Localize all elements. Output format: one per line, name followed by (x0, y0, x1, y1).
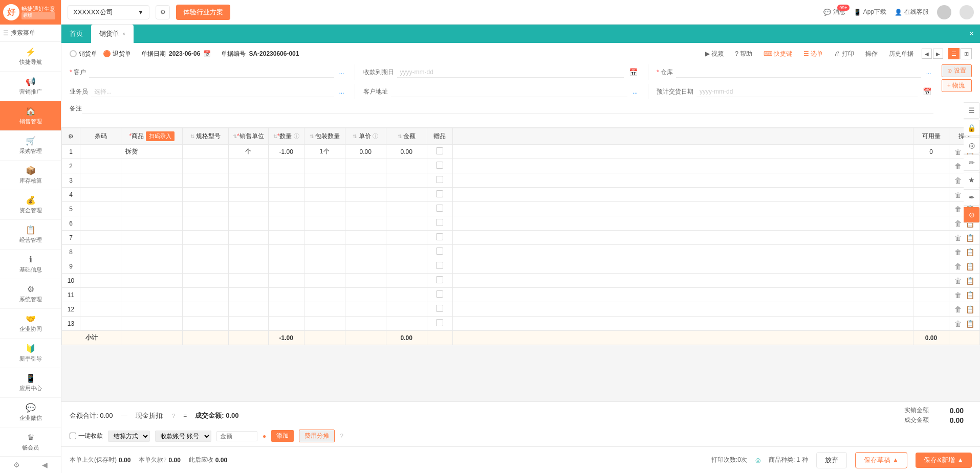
row-qty-12[interactable] (268, 302, 304, 317)
tab-home[interactable]: 首页 (61, 25, 91, 43)
row-spec-10[interactable] (183, 274, 229, 288)
gift-checkbox-6[interactable] (436, 219, 443, 226)
row-barcode-4[interactable] (80, 188, 121, 202)
save-new-btn[interactable]: 保存&新增 ▲ (916, 453, 972, 468)
shortcut-btn[interactable]: ⌨ 快捷键 (760, 49, 795, 59)
row-pkgqty-8[interactable] (304, 245, 345, 259)
row-price-13[interactable] (345, 317, 386, 331)
row-barcode-10[interactable] (80, 274, 121, 288)
row-spec-7[interactable] (183, 231, 229, 245)
row-barcode-12[interactable] (80, 302, 121, 317)
row-goods-8[interactable] (121, 245, 183, 259)
row-barcode-3[interactable] (80, 173, 121, 188)
float-btn-4[interactable]: ✏ (964, 154, 980, 171)
row-amount-3[interactable] (386, 173, 427, 188)
logistics-button[interactable]: + 物流 (942, 79, 972, 92)
row-gift-5[interactable] (427, 202, 452, 216)
row-qty-4[interactable] (268, 188, 304, 202)
row-goods-2[interactable] (121, 159, 183, 173)
row-amount-9[interactable] (386, 259, 427, 274)
row-amount-7[interactable] (386, 231, 427, 245)
warehouse-input[interactable]: 建材仓 (676, 67, 921, 78)
row-price-5[interactable] (345, 202, 386, 216)
sidebar-item-purchase[interactable]: 🛒采购管理 (0, 131, 61, 161)
row-qty-10[interactable] (268, 274, 304, 288)
row-barcode-13[interactable] (80, 317, 121, 331)
row-qty-2[interactable] (268, 159, 304, 173)
float-btn-2[interactable]: 🔒 (964, 120, 980, 136)
row-pkgqty-2[interactable] (304, 159, 345, 173)
row-amount-2[interactable] (386, 159, 427, 173)
th-settings[interactable]: ⚙ (62, 128, 80, 145)
row-qty-13[interactable] (268, 317, 304, 331)
row-unit-13[interactable] (229, 317, 269, 331)
sale-type-radio[interactable]: 销货单 (70, 50, 97, 58)
row-price-12[interactable] (345, 302, 386, 317)
row-qty-9[interactable] (268, 259, 304, 274)
row-barcode-6[interactable] (80, 216, 121, 231)
tab-close-icon[interactable]: × (122, 31, 125, 37)
row-gift-2[interactable] (427, 159, 452, 173)
salesperson-dots[interactable]: ... (337, 88, 346, 95)
copy-icon-12[interactable]: 📋 (966, 305, 974, 313)
sidebar-item-finance[interactable]: 💰资金管理 (0, 190, 61, 220)
delete-icon-6[interactable]: 🗑 (954, 219, 962, 228)
row-goods-12[interactable] (121, 302, 183, 317)
row-price-2[interactable] (345, 159, 386, 173)
row-gift-9[interactable] (427, 259, 452, 274)
sidebar-item-marketing[interactable]: 📢营销推广 (0, 72, 61, 101)
row-spec-11[interactable] (183, 288, 229, 302)
row-spec-6[interactable] (183, 216, 229, 231)
delete-icon-1[interactable]: 🗑 (954, 148, 962, 156)
delete-icon-10[interactable]: 🗑 (954, 277, 962, 285)
row-unit-5[interactable] (229, 202, 269, 216)
gift-checkbox-13[interactable] (436, 319, 443, 326)
row-pkgqty-6[interactable] (304, 216, 345, 231)
row-gift-6[interactable] (427, 216, 452, 231)
operate-btn[interactable]: 操作 (862, 49, 881, 59)
row-spec-4[interactable] (183, 188, 229, 202)
gift-checkbox-11[interactable] (436, 290, 443, 298)
row-price-1[interactable]: 0.00 (345, 145, 386, 159)
sidebar-item-operation[interactable]: 📋经营管理 (0, 220, 61, 250)
copy-icon-8[interactable]: 📋 (966, 248, 974, 256)
receive-date-calendar-icon[interactable]: 📅 (627, 68, 640, 76)
row-spec-12[interactable] (183, 302, 229, 317)
gift-checkbox-1[interactable] (436, 147, 443, 154)
account-select[interactable]: 收款账号 账号 (155, 431, 211, 442)
float-btn-1[interactable]: ☰ (964, 102, 980, 119)
gift-checkbox-9[interactable] (436, 262, 443, 269)
one-click-checkbox[interactable] (70, 433, 76, 439)
row-price-9[interactable] (345, 259, 386, 274)
row-amount-6[interactable] (386, 216, 427, 231)
row-barcode-2[interactable] (80, 159, 121, 173)
row-goods-4[interactable] (121, 188, 183, 202)
row-pkgqty-4[interactable] (304, 188, 345, 202)
message-btn[interactable]: 💬 消息 99+ (823, 8, 845, 16)
sidebar-item-inventory[interactable]: 📦库存核算 (0, 161, 61, 190)
delete-icon-2[interactable]: 🗑 (954, 162, 962, 170)
customer-addr-input[interactable] (391, 86, 628, 97)
row-goods-6[interactable] (121, 216, 183, 231)
row-qty-7[interactable] (268, 231, 304, 245)
copy-icon-13[interactable]: 📋 (966, 320, 974, 328)
row-barcode-7[interactable] (80, 231, 121, 245)
row-unit-9[interactable] (229, 259, 269, 274)
sidebar-search[interactable]: ☰ 搜索菜单 (0, 25, 61, 42)
row-goods-9[interactable] (121, 259, 183, 274)
delete-icon-4[interactable]: 🗑 (954, 191, 962, 199)
customer-addr-dots[interactable]: ... (630, 88, 640, 95)
row-barcode-5[interactable] (80, 202, 121, 216)
float-btn-6[interactable]: ✒ (964, 189, 980, 206)
row-spec-3[interactable] (183, 173, 229, 188)
delete-icon-11[interactable]: 🗑 (954, 291, 962, 299)
receive-date-input[interactable] (397, 67, 624, 78)
return-type-radio[interactable]: 退货单 (103, 50, 131, 58)
row-amount-1[interactable]: 0.00 (386, 145, 427, 159)
row-price-7[interactable] (345, 231, 386, 245)
row-barcode-8[interactable] (80, 245, 121, 259)
row-amount-12[interactable] (386, 302, 427, 317)
gear-button[interactable]: ⚙ (156, 5, 170, 19)
customer-dots[interactable]: ... (337, 69, 346, 76)
row-unit-12[interactable] (229, 302, 269, 317)
